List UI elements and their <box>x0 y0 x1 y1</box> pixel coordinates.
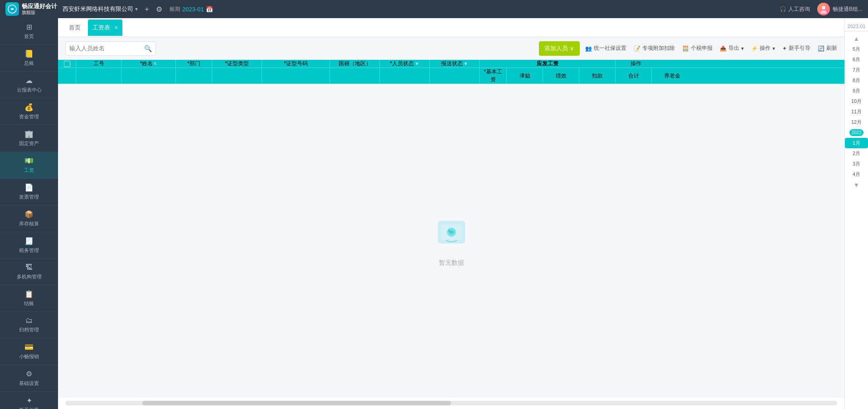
sidebar-item-tax[interactable]: 🧾 税务管理 <box>0 232 58 259</box>
th2-empno <box>76 68 121 83</box>
user-name: 畅捷通B组... <box>833 5 863 13</box>
sidebar-item-guide[interactable]: ✦ 新手引导 <box>0 392 58 409</box>
sidebar-label-org: 多机构管理 <box>17 273 42 280</box>
sidebar-item-inventory[interactable]: 📦 库存核算 <box>0 205 58 232</box>
th-report-status[interactable]: 报送状态 ▼ <box>430 60 480 68</box>
th-operations-header: 操作 <box>616 60 656 68</box>
th2-report <box>430 68 480 83</box>
sidebar-item-home[interactable]: ⊞ 首页 <box>0 18 58 45</box>
th2-id-type <box>212 68 262 83</box>
operations-btn[interactable]: ⚡ 操作 ▾ <box>751 44 775 52</box>
extra-deduction-btn[interactable]: 📝 专项附加扣除 <box>634 44 675 52</box>
month-6[interactable]: 6月 <box>845 54 868 65</box>
th2-pension: 养老金 <box>652 68 693 83</box>
panel-down-arrow[interactable]: ▼ <box>852 180 862 190</box>
invoice-icon: 📄 <box>24 183 34 192</box>
month-2[interactable]: 2月 <box>845 148 868 159</box>
period-value[interactable]: 2023-01 <box>182 6 204 13</box>
sidebar-item-cloud-report[interactable]: ☁ 云报表中心 <box>0 72 58 98</box>
operations-arrow-icon: ▾ <box>772 45 775 52</box>
add-btn-arrow-icon: ∨ <box>570 45 574 52</box>
header-checkbox[interactable] <box>64 61 70 67</box>
sidebar-item-salary[interactable]: 💵 工资 <box>0 152 58 179</box>
sidebar-item-expense[interactable]: 💳 小畅报销 <box>0 338 58 365</box>
th2-id-no <box>262 68 330 83</box>
add-company-icon[interactable]: ＋ <box>141 3 152 16</box>
expense-icon: 💳 <box>24 343 34 351</box>
company-selector[interactable]: 西安虾米网络科技有限公司 ▾ <box>63 5 138 13</box>
table-area: 工号 *姓名 ⇅ *部门 *证型类型 *证型号码 <box>58 60 844 409</box>
search-input[interactable] <box>69 45 144 52</box>
toolbar-actions: 👥 统一社保设置 📝 专项附加扣除 🧮 个税申报 📤 导出 ▾ <box>585 44 837 52</box>
th2-performance: 绩效 <box>543 68 579 83</box>
th2-dept <box>176 68 212 83</box>
refresh-icon: 🔄 <box>818 45 824 52</box>
export-btn[interactable]: 📤 导出 ▾ <box>720 44 744 52</box>
th-status[interactable]: *人员状态 ▼ <box>380 60 430 68</box>
close-period-icon: 📋 <box>24 290 34 298</box>
salary-icon: 💵 <box>24 156 34 165</box>
month-9[interactable]: 9月 <box>845 86 868 96</box>
toolbar: 🔍 添加人员 ∨ 👥 统一社保设置 📝 专项附加扣除 <box>58 37 844 60</box>
month-1[interactable]: 1月 <box>845 138 868 148</box>
scroll-track[interactable] <box>65 401 837 405</box>
table-header-row2: *基本工资 津贴 绩效 扣款 合计 养老金 <box>58 68 844 84</box>
app-edition: 旗舰版 <box>22 10 57 15</box>
sidebar: ⊞ 首页 📒 总账 ☁ 云报表中心 💰 资金管理 🏢 固定资产 💵 工资 <box>0 18 58 409</box>
org-icon: 🏗 <box>25 263 33 272</box>
new-guide-btn[interactable]: ✦ 新手引导 <box>782 44 810 52</box>
add-person-button[interactable]: 添加人员 ∨ <box>539 41 580 56</box>
tab-home[interactable]: 首页 <box>63 18 86 37</box>
search-icon[interactable]: 🔍 <box>144 45 152 52</box>
sidebar-item-multi-org[interactable]: 🏗 多机构管理 <box>0 259 58 285</box>
month-8[interactable]: 8月 <box>845 75 868 86</box>
tax-icon-btn: 🧮 <box>682 45 689 52</box>
th2-status <box>380 68 430 83</box>
right-panel: 2023.01 ▲ 5月 6月 7月 8月 9月 10月 11月 12月 202… <box>844 18 868 409</box>
svg-point-2 <box>820 10 827 14</box>
settings-nav-icon: ⚙ <box>26 370 32 378</box>
month-7[interactable]: 7月 <box>845 65 868 75</box>
logo-area: 畅应通好会计 旗舰版 <box>5 2 57 16</box>
sidebar-item-close[interactable]: 📋 结账 <box>0 285 58 312</box>
settings-icon[interactable]: ⚙ <box>154 3 164 15</box>
month-3[interactable]: 3月 <box>845 159 868 169</box>
month-4[interactable]: 4月 <box>845 169 868 180</box>
support-btn[interactable]: 🎧 人工咨询 <box>780 5 810 13</box>
sidebar-item-fund[interactable]: 💰 资金管理 <box>0 98 58 125</box>
status-filter-icon[interactable]: ▼ <box>415 61 419 66</box>
empty-icon <box>433 214 470 252</box>
sidebar-item-fixed-assets[interactable]: 🏢 固定资产 <box>0 125 58 152</box>
year-2023-badge: 2023 <box>849 129 863 136</box>
calendar-icon[interactable]: 📅 <box>206 6 213 13</box>
ledger-icon: 📒 <box>24 49 34 58</box>
svg-point-6 <box>448 230 450 232</box>
th-checkbox[interactable] <box>58 60 76 68</box>
report-filter-icon[interactable]: ▼ <box>464 61 468 66</box>
scroll-thumb[interactable] <box>142 401 451 405</box>
month-5[interactable]: 5月 <box>845 44 868 54</box>
sidebar-item-invoice[interactable]: 📄 发票管理 <box>0 179 58 205</box>
sidebar-label-close: 结账 <box>24 300 34 307</box>
table-header-row1: 工号 *姓名 ⇅ *部门 *证型类型 *证型号码 <box>58 60 844 68</box>
tax-return-btn[interactable]: 🧮 个税申报 <box>682 44 713 52</box>
th-name[interactable]: *姓名 ⇅ <box>121 60 176 68</box>
sidebar-item-settings[interactable]: ⚙ 基础设置 <box>0 365 58 392</box>
scrollbar-area <box>58 397 844 409</box>
panel-up-arrow[interactable]: ▲ <box>852 33 862 44</box>
social-security-btn[interactable]: 👥 统一社保设置 <box>585 44 626 52</box>
month-11[interactable]: 11月 <box>845 107 868 117</box>
month-12[interactable]: 12月 <box>845 117 868 127</box>
search-wrap: 🔍 <box>65 41 156 56</box>
sidebar-item-ledger[interactable]: 📒 总账 <box>0 45 58 72</box>
th-empno: 工号 <box>76 60 121 68</box>
user-area[interactable]: 畅捷通B组... <box>817 3 863 15</box>
sidebar-item-archive[interactable]: 🗂 归档管理 <box>0 312 58 338</box>
tab-close-btn[interactable]: × <box>115 24 118 31</box>
refresh-btn[interactable]: 🔄 刷新 <box>818 44 837 52</box>
dropdown-icon[interactable]: ▾ <box>135 6 138 12</box>
th-id-type: *证型类型 <box>212 60 262 68</box>
empty-state: 暂无数据 <box>58 84 844 397</box>
month-10[interactable]: 10月 <box>845 96 868 107</box>
tab-salary[interactable]: 工资表 × <box>88 19 122 36</box>
